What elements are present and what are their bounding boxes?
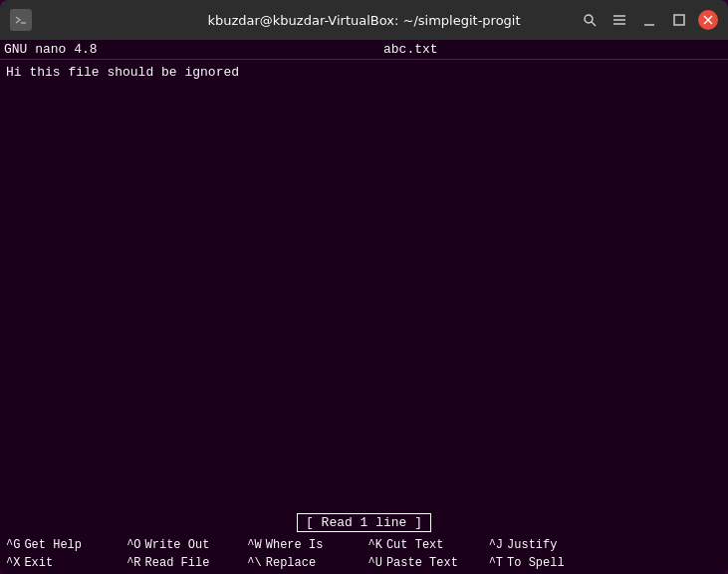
- shortcut-key-4b: ^U: [367, 554, 381, 572]
- titlebar-title: kbuzdar@kbuzdar-VirtualBox: ~/simplegit-…: [207, 13, 520, 28]
- shortcut-labels-3: Where Is Replace: [266, 536, 324, 572]
- shortcut-justify-spell: ^J ^T Justify To Spell: [485, 534, 606, 574]
- nano-read-status: [ Read 1 line ]: [0, 511, 728, 534]
- shortcut-key-3b: ^\: [247, 554, 261, 572]
- nano-header: GNU nano 4.8 abc.txt: [0, 40, 728, 60]
- shortcut-label-1a: Get Help: [24, 536, 82, 554]
- shortcut-keys-3: ^W ^\: [247, 536, 261, 572]
- shortcut-label-5b: To Spell: [507, 554, 565, 572]
- terminal-window: kbuzdar@kbuzdar-VirtualBox: ~/simplegit-…: [0, 0, 728, 574]
- terminal-icon: [10, 9, 32, 31]
- shortcut-key-2b: ^R: [126, 554, 140, 572]
- shortcut-label-4a: Cut Text: [386, 536, 458, 554]
- svg-rect-8: [674, 15, 684, 25]
- shortcut-keys-4: ^K ^U: [367, 536, 381, 572]
- maximize-button[interactable]: [668, 9, 690, 31]
- nano-editor-area: GNU nano 4.8 abc.txt Hi this file should…: [0, 40, 728, 574]
- menu-button[interactable]: [608, 9, 630, 31]
- shortcut-key-2a: ^O: [126, 536, 140, 554]
- titlebar: kbuzdar@kbuzdar-VirtualBox: ~/simplegit-…: [0, 0, 728, 40]
- file-text-line: Hi this file should be ignored: [6, 65, 239, 80]
- titlebar-controls: [579, 9, 718, 31]
- shortcut-keys-2: ^O ^R: [126, 536, 140, 572]
- shortcut-write-read: ^O ^R Write Out Read File: [122, 534, 243, 574]
- shortcut-key-4a: ^K: [367, 536, 381, 554]
- shortcut-labels-4: Cut Text Paste Text: [386, 536, 458, 572]
- shortcut-help-exit: ^G ^X Get Help Exit: [2, 534, 122, 574]
- nano-version: GNU nano 4.8: [4, 42, 98, 57]
- shortcut-key-5a: ^J: [489, 536, 503, 554]
- shortcut-label-3a: Where Is: [266, 536, 324, 554]
- nano-shortcuts-bar: ^G ^X Get Help Exit ^O ^R Write Ou: [0, 534, 728, 574]
- shortcut-label-2a: Write Out: [145, 536, 210, 554]
- shortcut-labels-2: Write Out Read File: [145, 536, 210, 572]
- search-button[interactable]: [579, 9, 601, 31]
- nano-status-bar: [ Read 1 line ] ^G ^X Get Help Exit: [0, 511, 728, 574]
- titlebar-left: [10, 9, 32, 31]
- shortcut-cut-paste: ^K ^U Cut Text Paste Text: [364, 534, 484, 574]
- svg-line-3: [592, 22, 596, 26]
- svg-point-2: [585, 15, 593, 23]
- shortcut-key-1a: ^G: [6, 536, 20, 554]
- shortcut-label-1b: Exit: [24, 554, 82, 572]
- shortcut-key-1b: ^X: [6, 554, 20, 572]
- nano-filename: abc.txt: [383, 42, 438, 57]
- shortcut-label-4b: Paste Text: [386, 554, 458, 572]
- read-line-text: [ Read 1 line ]: [297, 513, 431, 532]
- minimize-button[interactable]: [638, 9, 660, 31]
- shortcut-keys-1: ^G ^X: [6, 536, 20, 572]
- shortcut-labels-1: Get Help Exit: [24, 536, 82, 572]
- shortcut-key-3a: ^W: [247, 536, 261, 554]
- shortcut-where-replace: ^W ^\ Where Is Replace: [243, 534, 364, 574]
- nano-file-content[interactable]: Hi this file should be ignored: [0, 60, 728, 511]
- shortcut-label-3b: Replace: [266, 554, 324, 572]
- shortcut-label-2b: Read File: [145, 554, 210, 572]
- shortcut-key-5b: ^T: [489, 554, 503, 572]
- shortcut-keys-5: ^J ^T: [489, 536, 503, 572]
- close-button[interactable]: [698, 10, 718, 30]
- shortcut-labels-5: Justify To Spell: [507, 536, 565, 572]
- shortcut-empty: [606, 534, 726, 574]
- shortcut-label-5a: Justify: [507, 536, 565, 554]
